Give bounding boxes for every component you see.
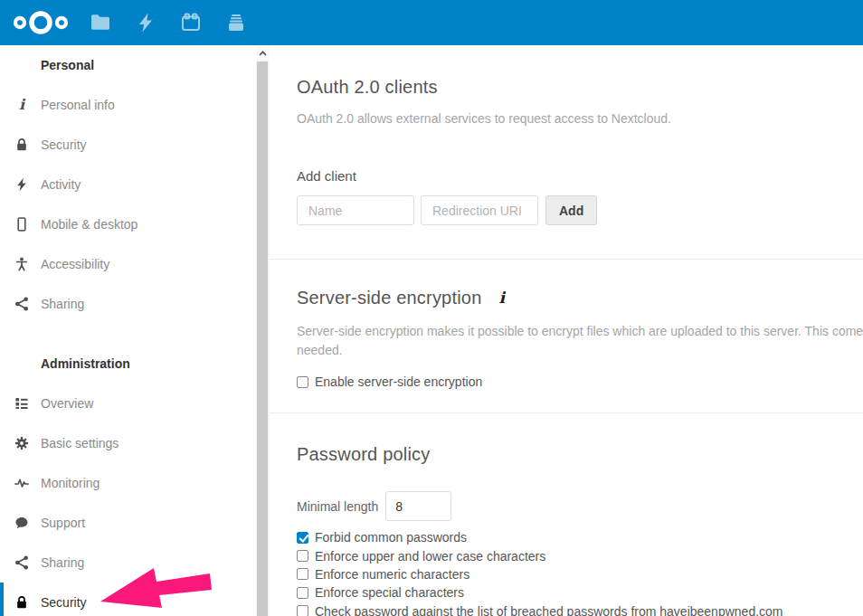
enable-encryption-row: Enable server-side encryption bbox=[297, 374, 836, 389]
enable-encryption-checkbox[interactable] bbox=[297, 376, 308, 388]
lock-icon bbox=[14, 595, 29, 610]
settings-content: OAuth 2.0 clients OAuth 2.0 allows exter… bbox=[270, 45, 863, 616]
sidebar-item-personal-info[interactable]: i Personal info bbox=[0, 85, 256, 125]
activity-bolt-icon[interactable] bbox=[135, 12, 156, 33]
add-client-form: Add bbox=[297, 195, 836, 225]
oauth-hint: OAuth 2.0 allows external services to re… bbox=[297, 109, 836, 128]
pulse-icon bbox=[14, 476, 29, 490]
oauth-title: OAuth 2.0 clients bbox=[297, 76, 836, 98]
sidebar-item-label: Sharing bbox=[41, 555, 84, 570]
encryption-hint: Server-side encryption makes it possible… bbox=[297, 322, 836, 360]
app-window: Personal i Personal info Security Activi… bbox=[0, 0, 863, 616]
list-icon bbox=[14, 396, 29, 411]
password-policy-options: Forbid common passwords Enforce upper an… bbox=[297, 528, 836, 616]
top-header bbox=[0, 0, 863, 45]
scrollbar-thumb[interactable] bbox=[257, 62, 268, 616]
section-caption-administration: Administration bbox=[0, 344, 256, 384]
section-server-side-encryption: Server-side encryption i Server-side enc… bbox=[270, 260, 863, 413]
sidebar-item-support[interactable]: Support bbox=[0, 503, 256, 543]
chevron-up-icon bbox=[259, 51, 267, 56]
checkbox-label: Forbid common passwords bbox=[315, 530, 467, 545]
policy-row-hibp: Check password against the list of breac… bbox=[297, 602, 836, 616]
settings-sidebar: Personal i Personal info Security Activi… bbox=[0, 45, 270, 616]
checkbox-label: Enforce upper and lower case characters bbox=[315, 549, 545, 564]
add-client-heading: Add client bbox=[297, 168, 836, 184]
sidebar-item-label: Security bbox=[41, 595, 87, 610]
redirection-uri-input[interactable] bbox=[421, 195, 538, 225]
sidebar-item-label: Support bbox=[41, 516, 85, 530]
enforce-numeric-checkbox[interactable] bbox=[297, 568, 308, 580]
sidebar-item-accessibility[interactable]: Accessibility bbox=[0, 244, 256, 284]
sidebar-item-label: Personal info bbox=[41, 98, 115, 112]
files-folder-icon[interactable] bbox=[90, 12, 111, 33]
lock-icon bbox=[14, 137, 29, 152]
sidebar-item-label: Accessibility bbox=[41, 257, 109, 271]
enforce-special-checkbox[interactable] bbox=[297, 587, 308, 599]
deck-icon[interactable] bbox=[225, 12, 247, 33]
minimal-length-input[interactable] bbox=[385, 491, 451, 521]
checkbox-label: Enforce special characters bbox=[315, 585, 464, 600]
enforce-upper-lower-checkbox[interactable] bbox=[297, 550, 308, 562]
share-icon bbox=[14, 555, 29, 570]
sidebar-item-security-personal[interactable]: Security bbox=[0, 125, 256, 165]
policy-row-special: Enforce special characters bbox=[297, 583, 836, 602]
policy-row-upper-lower: Enforce upper and lower case characters bbox=[297, 546, 836, 564]
sidebar-item-mobile-desktop[interactable]: Mobile & desktop bbox=[0, 204, 256, 244]
sidebar-item-label: Overview bbox=[41, 396, 93, 411]
chat-icon bbox=[14, 516, 29, 530]
client-name-input[interactable] bbox=[297, 195, 414, 225]
minimal-length-label: Minimal length bbox=[297, 499, 378, 514]
sidebar-item-label: Activity bbox=[41, 177, 81, 192]
sidebar-item-monitoring[interactable]: Monitoring bbox=[0, 463, 256, 503]
checkbox-label: Enable server-side encryption bbox=[315, 374, 482, 389]
sidebar-scrollbar[interactable] bbox=[256, 45, 270, 616]
nextcloud-logo[interactable] bbox=[11, 7, 71, 38]
sidebar-item-label: Monitoring bbox=[41, 476, 100, 490]
sidebar-item-label: Sharing bbox=[41, 297, 84, 311]
sidebar-item-activity[interactable]: Activity bbox=[0, 165, 256, 204]
section-oauth-clients: OAuth 2.0 clients OAuth 2.0 allows exter… bbox=[270, 45, 863, 260]
checkbox-label: Enforce numeric characters bbox=[315, 567, 469, 582]
sidebar-item-label: Mobile & desktop bbox=[41, 217, 138, 232]
section-password-policy: Password policy Minimal length Forbid co… bbox=[270, 413, 863, 616]
app-navigation bbox=[90, 0, 247, 45]
minimal-length-row: Minimal length bbox=[297, 491, 836, 521]
calendar-icon[interactable] bbox=[180, 12, 202, 33]
sidebar-item-sharing-admin[interactable]: Sharing bbox=[0, 543, 256, 583]
sidebar-item-label: Basic settings bbox=[41, 436, 119, 450]
policy-row-numeric: Enforce numeric characters bbox=[297, 565, 836, 583]
policy-row-forbid-common: Forbid common passwords bbox=[297, 528, 836, 546]
password-policy-title: Password policy bbox=[297, 443, 836, 465]
section-caption-personal: Personal bbox=[0, 45, 256, 85]
sidebar-item-basic-settings[interactable]: Basic settings bbox=[0, 423, 256, 463]
settings-nav: Personal i Personal info Security Activi… bbox=[0, 45, 256, 616]
bolt-icon bbox=[14, 177, 29, 192]
accessibility-icon bbox=[14, 257, 29, 271]
scroll-up-button[interactable] bbox=[256, 45, 270, 61]
forbid-common-passwords-checkbox[interactable] bbox=[297, 532, 308, 544]
share-icon bbox=[14, 297, 29, 311]
checkbox-label: Check password against the list of breac… bbox=[315, 604, 783, 616]
info-icon[interactable]: i bbox=[499, 289, 505, 307]
info-icon: i bbox=[14, 98, 29, 112]
sidebar-item-overview[interactable]: Overview bbox=[0, 384, 256, 423]
sidebar-item-sharing-personal[interactable]: Sharing bbox=[0, 284, 256, 324]
mobile-icon bbox=[14, 217, 29, 232]
encryption-title: Server-side encryption bbox=[297, 287, 482, 308]
add-client-button[interactable]: Add bbox=[545, 195, 597, 225]
sidebar-item-label: Security bbox=[41, 137, 87, 152]
gear-icon bbox=[14, 436, 29, 450]
check-hibp-checkbox[interactable] bbox=[297, 605, 308, 616]
sidebar-item-security-admin[interactable]: Security bbox=[0, 583, 256, 616]
